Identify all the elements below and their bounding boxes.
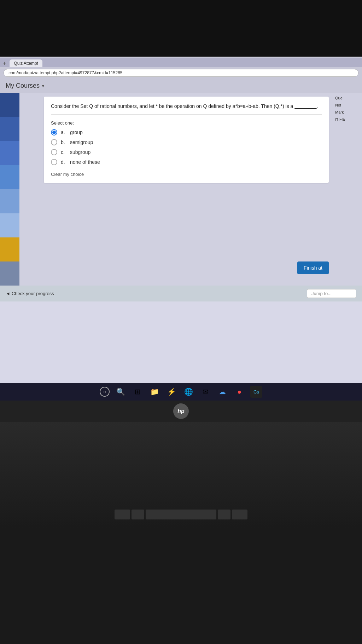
option-c-letter: c. <box>61 149 66 155</box>
not-label: Not <box>335 103 361 107</box>
laptop-bottom <box>0 422 362 528</box>
screen-content: My Courses ▼ Consider the Set Q of ratio… <box>0 79 362 383</box>
top-bezel <box>0 0 362 57</box>
taskbar-icon-cloud[interactable]: ☁ <box>216 386 228 398</box>
taskbar-icon-browser[interactable]: 🌐 <box>182 386 194 398</box>
address-bar[interactable]: .com/mod/quiz/attempt.php?attempt=497287… <box>4 69 358 77</box>
que-label: Que <box>335 96 361 100</box>
key-space[interactable] <box>146 510 216 519</box>
option-a-text: group <box>70 130 83 135</box>
bottom-bar: ◄ Check your progress Jump to... <box>0 286 362 301</box>
sidebar-block-5 <box>0 189 19 213</box>
my-courses-label: My Courses <box>6 82 40 90</box>
hp-logo-text: hp <box>177 408 185 414</box>
taskbar-icon-apps[interactable]: ⊞ <box>132 386 144 398</box>
question-text: Consider the Set Q of rational numbers, … <box>51 102 322 115</box>
quiz-content: Consider the Set Q of rational numbers, … <box>39 93 334 286</box>
option-d[interactable]: d. none of these <box>51 159 322 165</box>
radio-d[interactable] <box>51 159 57 165</box>
question-body: Consider the Set Q of rational numbers, … <box>51 103 318 109</box>
check-progress-arrow: ◄ <box>6 291 10 296</box>
option-d-letter: d. <box>61 159 66 165</box>
blank-line: ________ <box>294 103 316 109</box>
keyboard-row-1 <box>115 510 247 519</box>
browser-chrome: + Quiz Attempt .com/mod/quiz/attempt.php… <box>0 57 362 79</box>
options-list: a. group b. semigroup c. subgroup <box>51 129 322 165</box>
taskbar-icon-search[interactable]: 🔍 <box>115 386 127 398</box>
taskbar-icon-mail[interactable]: ✉ <box>199 386 211 398</box>
hp-logo: hp <box>173 403 189 419</box>
taskbar-icon-explorer[interactable]: 📁 <box>148 386 160 398</box>
radio-b[interactable] <box>51 139 57 145</box>
option-a-letter: a. <box>61 130 66 135</box>
select-one-label: Select one: <box>51 120 322 126</box>
radio-a[interactable] <box>51 129 57 136</box>
taskbar-icon-quick[interactable]: ⚡ <box>165 386 177 398</box>
keyboard-area <box>0 422 362 528</box>
sidebar-block-1 <box>0 93 19 117</box>
key-arrow[interactable] <box>232 510 247 519</box>
new-tab-button[interactable]: + <box>3 60 6 67</box>
finish-at-button[interactable]: Finish at <box>297 261 329 274</box>
browser-tab[interactable]: Quiz Attempt <box>10 59 42 67</box>
taskbar-icon-opera[interactable]: ● <box>233 386 245 398</box>
option-d-text: none of these <box>70 159 100 165</box>
address-bar-row: .com/mod/quiz/attempt.php?attempt=497287… <box>0 67 362 79</box>
left-sidebar <box>0 93 19 286</box>
sidebar-block-6 <box>0 213 19 237</box>
right-panel: Que Not Mark ⊓ Fla <box>334 93 362 286</box>
dropdown-arrow-icon: ▼ <box>41 84 45 88</box>
sidebar-block-2 <box>0 117 19 141</box>
option-c-text: subgroup <box>70 149 90 155</box>
option-b[interactable]: b. semigroup <box>51 139 322 145</box>
nav-bar: My Courses ▼ <box>0 79 362 93</box>
sidebar-block-3 <box>0 141 19 165</box>
question-card: Consider the Set Q of rational numbers, … <box>44 97 329 183</box>
option-c[interactable]: c. subgroup <box>51 149 322 155</box>
content-spacer <box>44 187 329 258</box>
hp-logo-area: hp <box>0 401 362 422</box>
key-ctrl[interactable] <box>132 510 144 519</box>
taskbar: ○ 🔍 ⊞ 📁 ⚡ 🌐 ✉ ☁ ● Cs <box>0 383 362 401</box>
tab-bar: + Quiz Attempt <box>0 58 362 67</box>
finish-button-container: Finish at <box>44 258 329 278</box>
my-courses-dropdown[interactable]: My Courses ▼ <box>6 82 45 90</box>
clear-choice-link[interactable]: Clear my choice <box>51 172 84 177</box>
radio-c[interactable] <box>51 149 57 155</box>
taskbar-icon-cs[interactable]: Cs <box>250 386 262 398</box>
key-fn[interactable] <box>115 510 130 519</box>
windows-start-button[interactable]: ○ <box>100 387 110 397</box>
option-a[interactable]: a. group <box>51 129 322 136</box>
sidebar-block-4 <box>0 165 19 189</box>
jump-to-dropdown[interactable]: Jump to... <box>307 289 356 298</box>
jump-to-placeholder: Jump to... <box>311 291 332 296</box>
option-b-letter: b. <box>61 139 66 145</box>
option-b-text: semigroup <box>70 139 93 145</box>
key-alt[interactable] <box>218 510 230 519</box>
windows-icon: ○ <box>103 389 106 395</box>
tab-label: Quiz Attempt <box>14 61 38 66</box>
sidebar-block-8 <box>0 261 19 286</box>
radio-a-inner <box>52 131 56 134</box>
flag-label[interactable]: ⊓ Fla <box>335 117 361 122</box>
mark-label: Mark <box>335 110 361 114</box>
main-layout: Consider the Set Q of rational numbers, … <box>0 93 362 286</box>
check-progress-label: Check your progress <box>12 291 54 296</box>
check-progress-link[interactable]: ◄ Check your progress <box>6 291 54 296</box>
sidebar-block-7 <box>0 237 19 261</box>
